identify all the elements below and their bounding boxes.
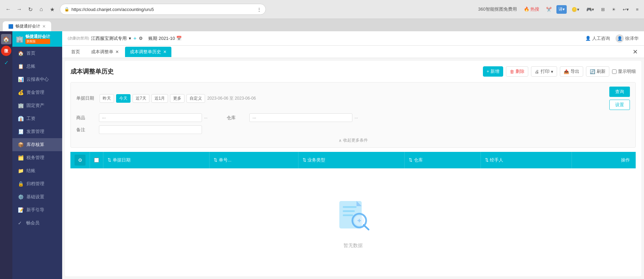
undo-tool[interactable]: ↩▾ — [621, 5, 631, 13]
display-columns-input[interactable] — [612, 69, 617, 74]
icon-sidebar-weibo[interactable]: 微 — [1, 46, 11, 56]
forward-button[interactable]: → — [14, 4, 24, 14]
period-selector[interactable]: 账期 2021-10 📅 — [148, 35, 182, 42]
warehouse-filter-input[interactable] — [249, 113, 352, 122]
warehouse-more-icon[interactable]: ··· — [354, 115, 358, 120]
display-columns-label: 显示明细 — [618, 68, 636, 75]
display-columns-checkbox[interactable]: 显示明细 — [612, 68, 636, 75]
export-button[interactable]: 📤 导出 — [560, 66, 583, 77]
new-button[interactable]: + 新增 — [483, 66, 503, 77]
coin-tool[interactable]: 🪙▾ — [569, 5, 581, 13]
sidebar-item-archive[interactable]: 🔒 归档管理 — [12, 177, 62, 190]
sidebar-item-ledger[interactable]: 📋 总账 — [12, 60, 62, 73]
tab-cost-adjust-history-close[interactable]: ✕ — [163, 49, 167, 54]
sidebar-item-home[interactable]: 🏠 首页 — [12, 47, 62, 60]
empty-svg-icon — [332, 196, 374, 237]
date-btn-yesterday[interactable]: 昨天 — [100, 94, 114, 103]
select-all-checkbox[interactable] — [94, 158, 99, 163]
ledger-menu-icon: 📋 — [18, 64, 24, 69]
sidebar-item-reports[interactable]: 📊 云报表中心 — [12, 73, 62, 86]
sidebar-item-fixed-assets[interactable]: 🏢 固定资产 — [12, 99, 62, 112]
settings-filter-button[interactable]: 设置 — [609, 100, 630, 110]
date-btn-today[interactable]: 今天 — [116, 94, 131, 103]
th-actions: 操作 — [572, 152, 636, 168]
add-company-icon[interactable]: + — [133, 35, 136, 42]
filter-row-goods-warehouse: 商品 ··· 仓库 ··· — [76, 113, 630, 122]
settings-menu-label: 基础设置 — [26, 194, 44, 200]
warehouse-filter-select: ··· — [249, 113, 358, 122]
brightness-tool[interactable]: ☀ — [610, 5, 618, 13]
date-btn-7days[interactable]: 近7天 — [133, 94, 149, 103]
ssl-lock-icon: 🔒 — [64, 7, 69, 12]
th-number[interactable]: ⇅ 单号... — [210, 152, 298, 168]
tab-close-all-button[interactable]: ✕ — [630, 47, 640, 57]
grid-tool[interactable]: ⊞ — [599, 5, 607, 13]
th-operator[interactable]: ⇅ 经手人 — [481, 152, 572, 168]
translate-button[interactable]: 译▾ — [556, 5, 567, 14]
url-dropdown-icon[interactable]: ⋮ — [257, 7, 261, 12]
company-selector[interactable]: (勿删勿禁用) 江西服宝测试专用 ▾ + ⚙ — [68, 35, 143, 42]
print-button[interactable]: 🖨 打印 ▾ — [531, 66, 557, 77]
th-date[interactable]: ⇅ 单据日期 — [103, 152, 210, 168]
goods-filter-select: ··· — [99, 113, 207, 122]
inventory-menu-icon: 📦 — [18, 142, 24, 147]
sidebar-item-settings[interactable]: ⚙️ 基础设置 — [12, 190, 62, 203]
search-tool[interactable]: 360智能抠图免费用 — [476, 5, 519, 14]
goods-more-icon[interactable]: ··· — [204, 115, 207, 120]
query-button[interactable]: 查询 — [609, 87, 630, 97]
tab-title: 畅捷通好会计 — [15, 23, 40, 29]
collapse-button[interactable]: ∧ 收起更多条件 — [339, 137, 368, 143]
user-service-btn[interactable]: 👤 人工咨询 — [585, 35, 610, 42]
th-business-type[interactable]: ⇅ 业务类型 — [298, 152, 404, 168]
back-button[interactable]: ← — [3, 4, 13, 14]
settings-menu-icon: ⚙️ — [18, 194, 24, 200]
browser-tab[interactable]: 🟦 畅捷通好会计 ✕ — [3, 21, 51, 31]
goods-filter-label: 商品 — [76, 115, 93, 121]
sidebar-item-salary[interactable]: 👔 工资 — [12, 112, 62, 125]
icon-sidebar: 🏠 微 ✓ — [0, 31, 12, 279]
tab-cost-adjust-label: 成本调整单 — [91, 49, 113, 55]
hot-search-label[interactable]: 🔥 热搜 — [522, 5, 542, 14]
address-bar[interactable]: 🔒 https://cloud.chanjet.com/accounting/u… — [60, 4, 266, 15]
menu-tool[interactable]: ≡ — [634, 5, 641, 13]
settings-icon[interactable]: ⚙ — [139, 36, 143, 41]
icon-sidebar-check[interactable]: ✓ — [1, 57, 11, 68]
table-settings-button[interactable]: ⚙ — [75, 155, 86, 166]
tab-cost-adjust[interactable]: 成本调整单 ✕ — [86, 47, 124, 57]
sidebar-item-member[interactable]: ✓ 畅会员 — [12, 216, 62, 230]
reload-button[interactable]: ↻ — [25, 4, 35, 14]
scissors-tool[interactable]: ✂️ — [544, 5, 554, 13]
calendar-icon: 📅 — [176, 36, 182, 41]
sidebar-item-guide[interactable]: 📝 新手引导 — [12, 203, 62, 216]
company-dropdown-icon[interactable]: ▾ — [129, 36, 131, 41]
tab-home[interactable]: 首页 — [66, 47, 85, 57]
tab-cost-adjust-close[interactable]: ✕ — [115, 49, 119, 54]
tab-close-icon[interactable]: ✕ — [42, 24, 46, 29]
game-tool[interactable]: 🎮▾ — [584, 5, 596, 13]
tab-cost-adjust-history[interactable]: 成本调整单历史 ✕ — [125, 47, 171, 57]
note-filter-input[interactable] — [99, 125, 202, 134]
sidebar-item-funds[interactable]: 💰 资金管理 — [12, 86, 62, 99]
goods-filter-input[interactable] — [99, 113, 202, 122]
salary-menu-icon: 👔 — [18, 116, 24, 121]
funds-menu-icon: 💰 — [18, 90, 24, 95]
date-btn-1month[interactable]: 近1月 — [151, 94, 168, 103]
th-settings: ⚙ — [70, 152, 90, 168]
filter-area: 单据日期 昨天 今天 近7天 近1月 更多 自定义 2023-06-06 至 2… — [70, 82, 636, 148]
invoice-menu-icon: 🧾 — [18, 129, 24, 134]
bookmark-button[interactable]: ★ — [47, 4, 57, 14]
home-button[interactable]: ⌂ — [36, 4, 46, 14]
date-btn-more[interactable]: 更多 — [170, 94, 184, 103]
th-warehouse[interactable]: ⇅ 仓库 — [405, 152, 481, 168]
sidebar-item-inventory[interactable]: 📦 库存核算 — [12, 138, 62, 151]
logo-text: 畅捷通好会计 — [25, 34, 50, 39]
icon-sidebar-home[interactable]: 🏠 — [1, 34, 11, 44]
date-btn-custom[interactable]: 自定义 — [187, 94, 205, 103]
sidebar-item-invoice[interactable]: 🧾 发票管理 — [12, 125, 62, 138]
sidebar-item-closing[interactable]: 📁 结账 — [12, 164, 62, 177]
user-profile[interactable]: 👤 徐泽华 — [615, 34, 639, 43]
delete-button[interactable]: 🗑 删除 — [506, 66, 528, 77]
sidebar-logo[interactable]: 🏢 畅捷通好会计 旗舰版 — [12, 31, 62, 47]
sidebar-item-tax[interactable]: 🗂️ 税务管理 — [12, 151, 62, 164]
refresh-button[interactable]: 🔄 刷新 — [586, 66, 609, 77]
